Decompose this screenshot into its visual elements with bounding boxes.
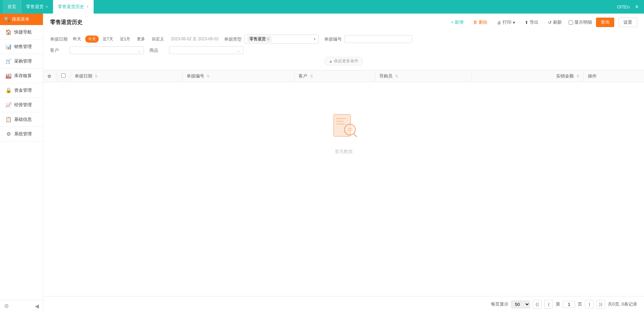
goods-select[interactable]: ... xyxy=(169,46,243,54)
current-page-input[interactable] xyxy=(563,301,575,308)
refresh-label: 刷新 xyxy=(553,19,562,25)
customer-select[interactable]: ... xyxy=(70,46,144,54)
goods-input[interactable] xyxy=(172,48,235,53)
sidebar-item-system-label: 系统管理 xyxy=(14,131,32,137)
window-close-icon[interactable]: × xyxy=(632,3,641,10)
basicinfo-icon: 📋 xyxy=(5,116,11,122)
tab-retail-return-close[interactable]: × xyxy=(46,4,48,9)
delete-button[interactable]: 🗑 删除 xyxy=(470,18,490,27)
date-btn-more[interactable]: 更多 xyxy=(134,36,148,43)
sidebar-item-operation[interactable]: 📈 经营管理 xyxy=(0,98,43,112)
th-no-sort-icon: ⇅ xyxy=(207,74,210,78)
last-page-btn[interactable]: ⟩⟩ xyxy=(596,300,605,309)
export-label: 导出 xyxy=(530,19,539,25)
th-customer-sort-icon: ⇅ xyxy=(310,74,313,78)
th-settings[interactable]: ⚙ xyxy=(43,70,57,82)
date-btn-1month[interactable]: 近1月 xyxy=(117,36,133,43)
sidebar: 🔍 搜索菜单 🏠 快捷导航 📊 销售管理 🛒 采购管理 🏭 库存核算 🔒 xyxy=(0,14,43,312)
sidebar-item-quicknav-label: 快捷导航 xyxy=(14,29,32,35)
svg-rect-1 xyxy=(336,118,346,119)
operation-icon: 📈 xyxy=(5,102,11,108)
tab-retail-return[interactable]: 零售退货 × xyxy=(21,0,53,14)
page-suffix: 页 xyxy=(578,301,582,307)
per-page-select[interactable]: 10 20 50 100 xyxy=(511,300,530,308)
bill-type-remove-icon[interactable]: × xyxy=(267,37,269,42)
th-date-sort-icon: ⇅ xyxy=(95,74,98,78)
toolbar: + 新增 🗑 删除 🖨 打印 ▾ ⬆ 导出 ↺ 刷新 xyxy=(448,18,637,27)
customer-input[interactable] xyxy=(73,48,135,53)
settings-button[interactable]: 设置 xyxy=(618,18,637,27)
page-title: 零售退货历史 xyxy=(50,19,82,26)
th-guide[interactable]: 导购员 ⇅ xyxy=(375,70,472,82)
tab-retail-return-history[interactable]: 零售退货历史 × xyxy=(53,0,94,14)
collapse-button[interactable]: ▲ 收起更多条件 xyxy=(325,57,363,65)
bill-type-label: 单据类型 xyxy=(224,36,242,42)
new-button[interactable]: + 新增 xyxy=(448,18,466,27)
th-date-label: 单据日期 xyxy=(75,73,92,79)
sidebar-item-sales-label: 销售管理 xyxy=(14,44,32,50)
sidebar-item-sales[interactable]: 📊 销售管理 xyxy=(0,40,43,54)
bill-type-select[interactable]: 零售退货 × ▾ xyxy=(244,35,319,44)
date-btn-yesterday[interactable]: 昨天 xyxy=(70,36,84,43)
show-detail-label: 显示明细 xyxy=(574,19,592,25)
purchase-icon: 🛒 xyxy=(5,58,11,64)
th-amount[interactable]: 实销金额 ⇅ xyxy=(472,70,583,82)
sidebar-item-purchase[interactable]: 🛒 采购管理 xyxy=(0,54,43,69)
collapse-row: ▲ 收起更多条件 xyxy=(50,57,637,65)
tab-bar: 首页 零售退货 × 零售退货历史 × xyxy=(3,0,617,14)
customer-label: 客户 xyxy=(50,47,67,53)
system-icon: ⚙ xyxy=(5,131,11,137)
home-icon: 🏠 xyxy=(5,29,11,35)
prev-page-btn[interactable]: ⟨ xyxy=(544,300,553,309)
th-date[interactable]: 单据日期 ⇅ xyxy=(70,70,182,82)
th-customer-label: 客户 xyxy=(299,73,307,79)
print-label: 打印 xyxy=(503,19,511,25)
sidebar-item-system[interactable]: ⚙ 系统管理 xyxy=(0,127,43,141)
sidebar-item-quicknav[interactable]: 🏠 快捷导航 xyxy=(0,25,43,40)
th-checkbox xyxy=(57,70,70,82)
date-btn-7days[interactable]: 近7天 xyxy=(100,36,116,43)
show-detail-checkbox[interactable] xyxy=(569,20,573,25)
sidebar-item-inventory[interactable]: 🏭 库存核算 xyxy=(0,69,43,83)
export-button[interactable]: ⬆ 导出 xyxy=(522,18,541,27)
refresh-button[interactable]: ↺ 刷新 xyxy=(545,18,565,27)
tab-retail-return-history-close[interactable]: × xyxy=(86,4,89,9)
sidebar-settings-btn[interactable]: ⚙ xyxy=(4,303,9,309)
query-button[interactable]: 查询 xyxy=(596,18,614,27)
bill-no-input[interactable] xyxy=(344,35,412,43)
date-buttons: 昨天 今天 近7天 近1月 更多 自定义 xyxy=(70,36,167,43)
tab-home[interactable]: 首页 xyxy=(3,0,21,14)
next-page-btn[interactable]: ⟩ xyxy=(585,300,594,309)
inventory-icon: 🏭 xyxy=(5,73,11,79)
sidebar-collapse-btn[interactable]: ◀ xyxy=(35,303,39,309)
main-layout: 🔍 搜索菜单 🏠 快捷导航 📊 销售管理 🛒 采购管理 🏭 库存核算 🔒 xyxy=(0,14,644,312)
empty-illustration xyxy=(327,109,361,143)
print-dropdown-icon: ▾ xyxy=(513,20,515,25)
th-no[interactable]: 单据编号 ⇅ xyxy=(182,70,294,82)
date-btn-custom[interactable]: 自定义 xyxy=(149,36,167,43)
total-info: 共0页, 0条记录 xyxy=(608,301,637,307)
sidebar-item-purchase-label: 采购管理 xyxy=(14,58,32,64)
sidebar-item-basicinfo[interactable]: 📋 基础信息 xyxy=(0,112,43,127)
first-page-btn[interactable]: ⟨⟨ xyxy=(533,300,542,309)
filter-customer: 客户 ... xyxy=(50,46,144,54)
th-customer[interactable]: 客户 ⇅ xyxy=(294,70,375,82)
sidebar-item-finance[interactable]: 🔒 资金管理 xyxy=(0,83,43,98)
select-all-checkbox[interactable] xyxy=(61,73,66,78)
empty-state: 暂无数据 xyxy=(43,82,644,182)
tab-home-label: 首页 xyxy=(7,4,16,10)
goods-ellipsis: ... xyxy=(237,48,240,53)
sidebar-item-operation-label: 经营管理 xyxy=(14,102,32,108)
sidebar-search[interactable]: 🔍 搜索菜单 xyxy=(0,14,43,25)
data-table: ⚙ 单据日期 ⇅ 单据编号 ⇅ 客户 xyxy=(43,70,644,182)
filter-row-1: 单据日期 昨天 今天 近7天 近1月 更多 自定义 2023-06-02 至 2… xyxy=(50,35,637,44)
th-amount-sort-icon: ⇅ xyxy=(576,74,579,78)
page-title-bar: 零售退货历史 + 新增 🗑 删除 🖨 打印 ▾ ⬆ 导出 ↺ xyxy=(50,18,637,27)
empty-text: 暂无数据 xyxy=(335,149,353,155)
date-btn-today[interactable]: 今天 xyxy=(85,36,99,43)
th-amount-label: 实销金额 xyxy=(556,73,574,79)
page-header: 零售退货历史 + 新增 🗑 删除 🖨 打印 ▾ ⬆ 导出 ↺ xyxy=(43,14,644,70)
refresh-icon: ↺ xyxy=(548,20,552,25)
per-page-label: 每页显示 xyxy=(491,301,508,307)
print-button[interactable]: 🖨 打印 ▾ xyxy=(494,18,518,27)
